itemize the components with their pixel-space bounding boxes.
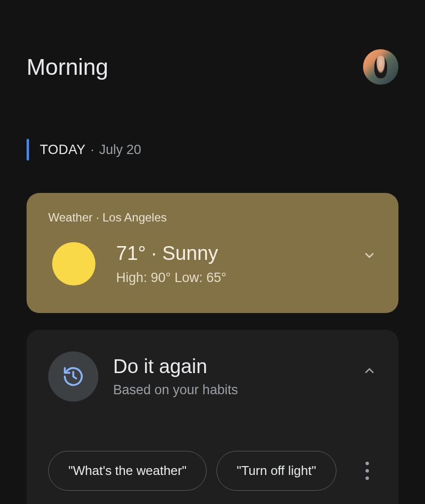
- habits-subtitle: Based on your habits: [113, 382, 377, 398]
- profile-avatar[interactable]: [363, 49, 398, 85]
- greeting-text: Morning: [27, 54, 108, 80]
- habits-card: Do it again Based on your habits "What's…: [27, 330, 398, 504]
- weather-temp-condition: 71° · Sunny: [116, 242, 377, 264]
- header: Morning: [27, 49, 398, 85]
- suggestion-chip-weather[interactable]: "What's the weather": [48, 451, 207, 491]
- history-icon: [48, 351, 98, 402]
- chevron-up-icon[interactable]: [362, 363, 377, 378]
- suggestion-chip-light[interactable]: "Turn off light": [216, 451, 336, 491]
- date-label: TODAY: [40, 142, 86, 158]
- weather-high-low: High: 90° Low: 65°: [116, 270, 377, 285]
- more-options-icon[interactable]: [357, 461, 377, 481]
- date-indicator: [27, 139, 29, 160]
- date-value: July 20: [99, 142, 142, 158]
- date-bar: TODAY · July 20: [27, 139, 398, 160]
- chevron-down-icon[interactable]: [362, 248, 377, 263]
- sun-icon: [52, 242, 95, 285]
- weather-card-label: Weather · Los Angeles: [48, 211, 377, 224]
- weather-card[interactable]: Weather · Los Angeles 71° · Sunny High: …: [27, 193, 398, 313]
- habits-title: Do it again: [113, 355, 377, 378]
- date-separator: ·: [91, 142, 94, 158]
